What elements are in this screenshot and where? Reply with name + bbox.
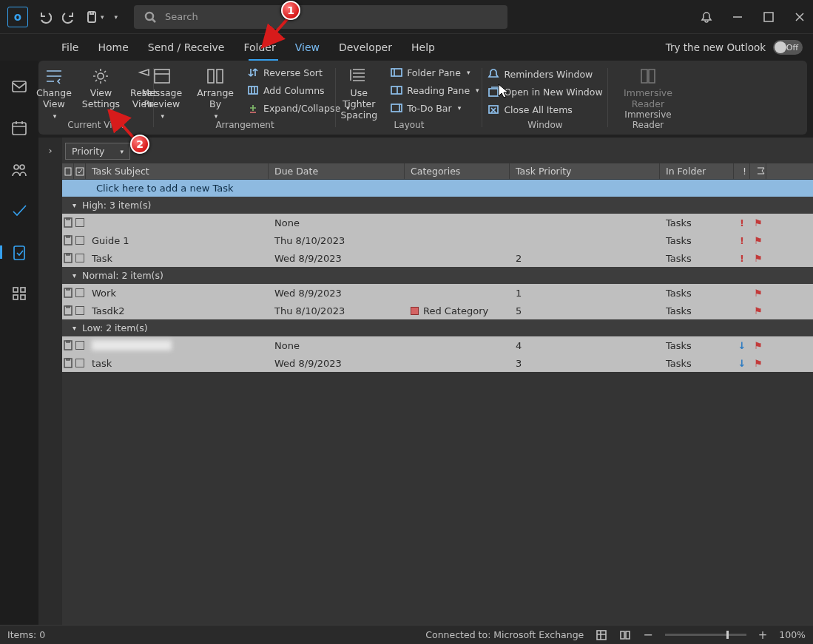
immersive-reader-button[interactable]: Immersive Reader bbox=[619, 64, 677, 112]
search-input[interactable]: Search bbox=[134, 5, 507, 29]
minimize-button[interactable] bbox=[732, 11, 743, 23]
task-icon bbox=[63, 340, 73, 350]
chevron-down-icon: ▾ bbox=[72, 324, 76, 332]
folder-pane-button[interactable]: Folder Pane▾ bbox=[388, 65, 482, 80]
group-header[interactable]: ▾Normal: 2 item(s) bbox=[62, 267, 813, 284]
search-icon bbox=[144, 11, 156, 23]
view-normal-icon[interactable] bbox=[596, 629, 607, 641]
col-cat[interactable]: Categories bbox=[405, 163, 510, 179]
reading-pane-button[interactable]: Reading Pane▾ bbox=[388, 83, 482, 98]
col-importance[interactable]: ! bbox=[734, 163, 750, 179]
close-button[interactable] bbox=[794, 11, 806, 23]
qat-extra-button[interactable]: ▾ bbox=[86, 10, 104, 24]
col-subject[interactable]: Task Subject bbox=[86, 163, 269, 179]
arrange-by-button[interactable]: Arrange By▾ bbox=[192, 64, 238, 125]
table-row[interactable]: Guide 1Thu 8/10/2023Tasks!⚑ bbox=[62, 231, 813, 249]
reminders-window-button[interactable]: Reminders Window bbox=[485, 67, 605, 81]
close-all-button[interactable]: Close All Items bbox=[485, 102, 605, 117]
chevron-down-icon: ▾ bbox=[72, 201, 76, 209]
tab-send[interactable]: Send / Receive bbox=[138, 37, 235, 58]
svg-rect-10 bbox=[13, 295, 18, 299]
svg-point-1 bbox=[146, 13, 153, 20]
rail-todo[interactable] bbox=[11, 203, 27, 219]
tab-home[interactable]: Home bbox=[88, 37, 138, 58]
zoom-slider[interactable] bbox=[665, 634, 746, 636]
task-icon bbox=[63, 253, 73, 263]
rail-people[interactable] bbox=[11, 161, 27, 177]
group-header[interactable]: ▾High: 3 item(s) bbox=[62, 197, 813, 214]
group-by-priority-dropdown[interactable]: Priority▾ bbox=[65, 143, 130, 160]
annotation-bubble-1: 1 bbox=[281, 1, 300, 20]
change-view-button[interactable]: Change View▾ bbox=[32, 64, 76, 125]
cell-flag[interactable]: ⚑ bbox=[750, 340, 766, 351]
tab-help[interactable]: Help bbox=[402, 37, 445, 58]
col-folder[interactable]: In Folder bbox=[660, 163, 734, 179]
rail-apps[interactable] bbox=[11, 285, 27, 302]
col-priority[interactable]: Task Priority bbox=[510, 163, 660, 179]
col-complete[interactable] bbox=[74, 163, 86, 179]
zoom-out-button[interactable]: − bbox=[643, 628, 652, 642]
cell-priority: 2 bbox=[510, 253, 660, 264]
new-task-row[interactable]: Click here to add a new Task bbox=[62, 180, 813, 197]
svg-rect-13 bbox=[155, 70, 169, 83]
col-flag-filter[interactable] bbox=[750, 163, 766, 179]
table-row[interactable]: NoneTasks!⚑ bbox=[62, 214, 813, 231]
svg-point-5 bbox=[14, 165, 18, 169]
group-caption-arrangement: Arrangement bbox=[154, 120, 336, 130]
spacing-icon bbox=[349, 67, 368, 86]
rail-mail[interactable] bbox=[11, 78, 27, 95]
table-row[interactable]: None4Tasks↓⚑ bbox=[62, 336, 813, 354]
todo-bar-button[interactable]: To-Do Bar▾ bbox=[388, 101, 482, 115]
cell-flag[interactable]: ⚑ bbox=[750, 305, 766, 316]
cell-flag[interactable]: ⚑ bbox=[750, 235, 766, 246]
checkbox[interactable] bbox=[75, 236, 84, 245]
group-header[interactable]: ▾Low: 2 item(s) bbox=[62, 319, 813, 336]
tab-file[interactable]: File bbox=[52, 37, 88, 58]
sort-swap-icon bbox=[247, 67, 259, 78]
message-preview-button[interactable]: Message Preview▾ bbox=[137, 64, 186, 125]
cell-flag[interactable]: ⚑ bbox=[750, 217, 766, 228]
checkbox[interactable] bbox=[75, 306, 84, 315]
table-row[interactable]: Tasdk2Thu 8/10/2023 Red Category5Tasks⚑ bbox=[62, 302, 813, 319]
checkbox[interactable] bbox=[75, 359, 84, 367]
cell-folder: Tasks bbox=[660, 288, 734, 299]
undo-button[interactable] bbox=[38, 10, 52, 24]
qat-customize-icon[interactable]: ▾ bbox=[115, 13, 118, 21]
rail-calendar[interactable] bbox=[11, 120, 27, 136]
chevron-down-icon: ▾ bbox=[101, 13, 104, 21]
table-row[interactable]: WorkWed 8/9/20231Tasks⚑ bbox=[62, 284, 813, 302]
tab-developer[interactable]: Developer bbox=[329, 37, 402, 58]
task-icon bbox=[63, 217, 73, 228]
people-icon bbox=[11, 161, 27, 177]
tighter-spacing-button[interactable]: Use Tighter Spacing bbox=[336, 64, 382, 123]
redo-button[interactable] bbox=[62, 10, 75, 24]
svg-rect-7 bbox=[14, 246, 24, 260]
checkbox[interactable] bbox=[75, 341, 84, 350]
cell-folder: Tasks bbox=[660, 358, 734, 369]
view-reading-icon[interactable] bbox=[619, 629, 631, 641]
cell-flag[interactable]: ⚑ bbox=[750, 358, 766, 369]
cell-flag[interactable]: ⚑ bbox=[750, 288, 766, 299]
status-items: Items: 0 bbox=[7, 629, 45, 640]
checkbox[interactable] bbox=[75, 254, 84, 262]
col-icon[interactable] bbox=[62, 163, 74, 179]
zoom-in-button[interactable]: + bbox=[758, 628, 768, 642]
cursor-icon bbox=[497, 83, 510, 99]
chevron-right-icon: › bbox=[48, 145, 52, 156]
cell-due: Thu 8/10/2023 bbox=[269, 305, 405, 316]
checkbox[interactable] bbox=[75, 288, 84, 297]
svg-rect-11 bbox=[21, 295, 25, 299]
svg-rect-14 bbox=[208, 70, 214, 83]
maximize-button[interactable] bbox=[763, 11, 775, 23]
try-outlook-toggle[interactable]: Off bbox=[773, 40, 803, 55]
cell-due: None bbox=[269, 217, 405, 228]
cell-priority: 5 bbox=[510, 305, 660, 316]
folder-pane-expander[interactable]: › bbox=[38, 138, 62, 625]
rail-tasks[interactable] bbox=[11, 244, 27, 260]
table-row[interactable]: TaskWed 8/9/20232Tasks!⚑ bbox=[62, 249, 813, 267]
cell-flag[interactable]: ⚑ bbox=[750, 253, 766, 264]
table-row[interactable]: taskWed 8/9/20233Tasks↓⚑ bbox=[62, 354, 813, 372]
bell-icon[interactable] bbox=[701, 11, 712, 23]
checkbox[interactable] bbox=[75, 218, 84, 227]
col-due[interactable]: Due Date bbox=[269, 163, 405, 179]
